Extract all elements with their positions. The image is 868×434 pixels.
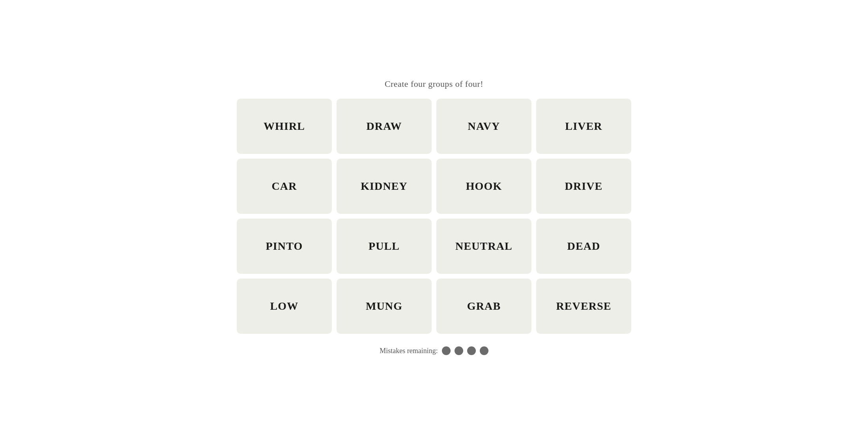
word-label: DEAD (567, 240, 600, 253)
word-card[interactable]: HOOK (436, 159, 531, 214)
word-label: REVERSE (556, 300, 611, 312)
word-label: NAVY (468, 120, 500, 133)
word-grid: WHIRLDRAWNAVYLIVERCARKIDNEYHOOKDRIVEPINT… (237, 99, 631, 334)
game-container: Create four groups of four! WHIRLDRAWNAV… (237, 79, 631, 355)
word-label: KIDNEY (361, 180, 408, 193)
word-label: CAR (271, 180, 297, 193)
mistakes-row: Mistakes remaining: (380, 346, 488, 355)
word-label: HOOK (466, 180, 502, 193)
word-card[interactable]: DRAW (337, 99, 432, 154)
word-card[interactable]: NEUTRAL (436, 219, 531, 274)
word-card[interactable]: REVERSE (536, 279, 631, 334)
mistake-dot (455, 346, 463, 355)
word-card[interactable]: DRIVE (536, 159, 631, 214)
word-card[interactable]: WHIRL (237, 99, 332, 154)
mistake-dot (480, 346, 488, 355)
word-label: MUNG (366, 300, 402, 312)
word-card[interactable]: MUNG (337, 279, 432, 334)
word-label: DRIVE (565, 180, 603, 193)
mistakes-dots (442, 346, 488, 355)
word-label: PINTO (266, 240, 303, 253)
word-label: GRAB (467, 300, 501, 312)
word-card[interactable]: PINTO (237, 219, 332, 274)
mistake-dot (467, 346, 476, 355)
word-card[interactable]: LOW (237, 279, 332, 334)
word-label: LOW (270, 300, 299, 312)
word-label: NEUTRAL (455, 240, 513, 253)
word-card[interactable]: PULL (337, 219, 432, 274)
word-card[interactable]: NAVY (436, 99, 531, 154)
mistakes-label: Mistakes remaining: (380, 347, 438, 355)
word-card[interactable]: LIVER (536, 99, 631, 154)
word-label: LIVER (565, 120, 602, 133)
mistake-dot (442, 346, 451, 355)
word-card[interactable]: DEAD (536, 219, 631, 274)
word-card[interactable]: CAR (237, 159, 332, 214)
word-card[interactable]: KIDNEY (337, 159, 432, 214)
word-label: WHIRL (264, 120, 305, 133)
word-label: DRAW (366, 120, 402, 133)
word-card[interactable]: GRAB (436, 279, 531, 334)
word-label: PULL (369, 240, 400, 253)
subtitle: Create four groups of four! (385, 79, 483, 89)
